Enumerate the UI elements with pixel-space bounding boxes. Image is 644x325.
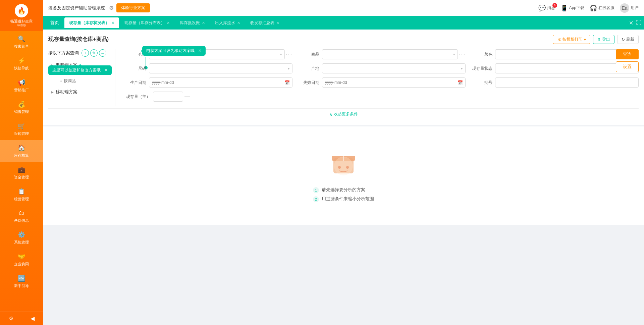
empty-illustration [327, 147, 360, 180]
topbar-settings-icon[interactable]: ⚙ [109, 5, 114, 11]
size-select[interactable] [149, 63, 292, 73]
tab-summary[interactable]: 收发存汇总表 ✕ [246, 17, 284, 28]
guide-icon: 🆕 [18, 275, 25, 282]
tab-close-inventory-status[interactable]: ✕ [111, 21, 114, 25]
tooltip-scheme-close[interactable]: ✕ [198, 48, 202, 53]
prod-date-input[interactable] [149, 77, 292, 88]
tab-close-summary[interactable]: ✕ [276, 21, 279, 25]
quicknav-icon: ⚡ [18, 57, 25, 64]
export-icon: ⬆ [597, 37, 601, 42]
step-2-text: 用过滤条件来缩小分析范围 [322, 196, 374, 202]
search-btn-group: 查询 设置 [616, 49, 639, 72]
message-btn[interactable]: 💬 消息 8 [538, 4, 555, 12]
prod-date-calendar-icon[interactable]: 📅 [284, 80, 290, 85]
edit-scheme-btn[interactable]: ✎ [90, 49, 98, 57]
origin-label: 产地 [299, 66, 319, 71]
collapse-sidebar-btn[interactable]: ◀ [31, 315, 35, 322]
sidebar-item-finance[interactable]: 💼 资金管理 [0, 162, 43, 184]
page-title: 现存量查询(按仓库+商品) [48, 36, 109, 43]
sidebar-item-enterprise[interactable]: 🤝 企业协同 [0, 249, 43, 271]
online-service-btn[interactable]: 🎧 在线客服 [590, 4, 614, 12]
message-badge: 8 [552, 3, 557, 8]
sidebar-item-basics[interactable]: 🗂 基础信息 [0, 206, 43, 227]
field-inv-status: 现存量状态 [472, 63, 639, 73]
collapse-bar[interactable]: ∧ 收起更多条件 [48, 108, 639, 120]
exp-date-calendar-icon[interactable]: 📅 [458, 80, 463, 85]
warehouse-dots[interactable]: ··· [286, 51, 292, 57]
tab-inventory-dist[interactable]: 现存量（库存分布表） ✕ [120, 17, 174, 28]
app-download-btn[interactable]: 📱 App下载 [560, 4, 584, 12]
batch-input[interactable] [495, 77, 639, 88]
logo-icon: 🔥 [15, 4, 28, 17]
settings-footer-btn[interactable]: ⚙ [9, 315, 13, 322]
topbar: 装备及固定资产辅助管理系统 ⚙ 体验行业方案 💬 消息 8 📱 App下载 🎧 … [43, 0, 644, 16]
exp-date-input[interactable] [322, 77, 466, 88]
sidebar-item-quicknav[interactable]: ⚡ 快捷导航 [0, 53, 43, 75]
query-header-icons: + ✎ ← [82, 49, 106, 57]
btn-reset[interactable]: 设置 [616, 61, 639, 72]
goods-dots[interactable]: ··· [459, 51, 466, 57]
tab-batch-account[interactable]: 库存批次账 ✕ [175, 17, 210, 28]
collapse-label: 收起更多条件 [334, 111, 358, 117]
basics-icon: 🗂 [18, 210, 24, 217]
purchase-icon: 🛒 [18, 122, 25, 130]
avatar-text: Ea [622, 5, 627, 11]
btn-search[interactable]: 查询 [616, 49, 639, 59]
btn-template-print[interactable]: 🖨 按模板打印 ▾ [553, 35, 590, 44]
tab-label-summary: 收发存汇总表 [250, 20, 274, 26]
main-area: 装备及固定资产辅助管理系统 ⚙ 体验行业方案 💬 消息 8 📱 App下载 🎧 … [43, 0, 644, 325]
query-row-2: 尺码 产地 现存量状态 [121, 63, 639, 73]
sidebar-item-guide[interactable]: 🆕 新手引导 [0, 271, 43, 292]
user-btn[interactable]: Ea 用户 [620, 3, 639, 13]
tooltip-create: 这里可以创建和修改方案哦 ✕ [48, 65, 112, 75]
add-scheme-btn[interactable]: + [82, 49, 89, 57]
btn-refresh[interactable]: ↻ 刷新 [617, 35, 639, 44]
prev-scheme-btn[interactable]: ← [99, 49, 106, 57]
marketing-icon: 📢 [18, 79, 25, 86]
tab-home[interactable]: 首页 [46, 20, 64, 26]
tab-label-flow: 出入库流水 [215, 20, 235, 26]
step-num-2: 2 [313, 196, 319, 202]
topbar-right: 💬 消息 8 📱 App下载 🎧 在线客服 Ea 用户 [538, 3, 639, 13]
sidebar-nav: 🔍 搜索菜单 ⚡ 快捷导航 📢 营销推广 💰 销售管理 🛒 采购管理 🏠 库存核… [0, 31, 43, 312]
sidebar-item-operations[interactable]: 📋 经营管理 [0, 184, 43, 206]
tab-close-all-btn[interactable]: ✕ [629, 20, 633, 26]
step-1-text: 请先选择要分析的方案 [322, 187, 365, 193]
inventory-icon: 🏠 [18, 144, 25, 152]
experience-btn[interactable]: 体验行业方案 [116, 3, 150, 12]
tab-inventory-status[interactable]: 现存量（库存状况表） ✕ [64, 17, 119, 28]
tab-close-inventory-dist[interactable]: ✕ [167, 21, 170, 25]
sidebar-item-system[interactable]: ⚙️ 系统管理 [0, 227, 43, 249]
tab-flow[interactable]: 出入库流水 ✕ [210, 17, 245, 28]
user-label: 用户 [631, 5, 639, 11]
scheme-sub-item-2[interactable]: 按调品 [58, 77, 111, 85]
field-prod-date: 生产日期 📅 [126, 77, 292, 88]
tab-maximize-btn[interactable]: ⛶ [636, 20, 641, 26]
field-color: 颜色 [472, 49, 639, 59]
sidebar-item-search[interactable]: 🔍 搜索菜单 [0, 31, 43, 53]
tab-close-flow[interactable]: ✕ [237, 21, 240, 25]
page-content: 现存量查询(按仓库+商品) 🖨 按模板打印 ▾ ⬆ 导出 ↻ 刷新 [43, 30, 644, 325]
sidebar-item-purchase[interactable]: 🛒 采购管理 [0, 118, 43, 140]
origin-select[interactable] [322, 63, 466, 73]
sidebar-item-sales[interactable]: 💰 销售管理 [0, 97, 43, 118]
scheme-group-mobile: ▶ 移动端方案 [51, 88, 111, 96]
prod-date-label: 生产日期 [126, 80, 146, 86]
tab-close-batch-account[interactable]: ✕ [202, 21, 205, 25]
sidebar-item-inventory[interactable]: 🏠 库存核算 [0, 140, 43, 162]
step-num-1: 1 [313, 187, 319, 193]
exp-date-label: 失效日期 [299, 80, 319, 86]
enterprise-icon: 🤝 [18, 253, 25, 260]
goods-select[interactable] [322, 49, 458, 59]
inv-main-from-input[interactable] [153, 92, 183, 102]
svg-point-5 [334, 157, 353, 175]
query-row-4: 现存量（主） — [121, 92, 639, 102]
sidebar-footer: ⚙ ◀ [0, 312, 43, 325]
tab-actions: ✕ ⛶ [629, 20, 641, 26]
scheme-group-mobile-header[interactable]: ▶ 移动端方案 [51, 88, 111, 96]
sidebar-item-marketing[interactable]: 📢 营销推广 [0, 75, 43, 97]
tooltip-create-close[interactable]: ✕ [104, 68, 108, 72]
query-header: 按以下方案查询 + ✎ ← 电脑方案可设为移动方案哦 ✕ [48, 49, 111, 57]
btn-export[interactable]: ⬆ 导出 [593, 35, 614, 44]
field-inv-main: 现存量（主） — [126, 92, 292, 102]
